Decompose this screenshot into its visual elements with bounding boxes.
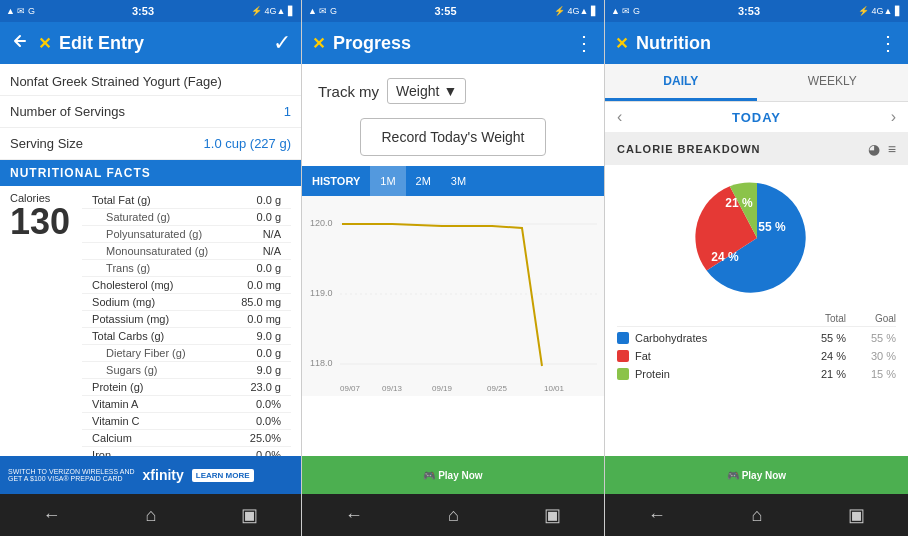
track-label: Track my bbox=[318, 83, 379, 100]
hist-1m[interactable]: 1M bbox=[370, 166, 405, 196]
chart-svg: 120.0 119.0 118.0 09/07 09/13 09/19 09/2… bbox=[302, 196, 604, 396]
prev-day-arrow[interactable]: ‹ bbox=[617, 108, 622, 126]
svg-text:24 %: 24 % bbox=[711, 250, 739, 264]
ad-play-now-mid: 🎮 Play Now bbox=[423, 470, 482, 481]
home-nav-left[interactable]: ⌂ bbox=[146, 505, 157, 526]
serving-size-label: Serving Size bbox=[10, 136, 83, 151]
carbs-goal: 55 % bbox=[846, 332, 896, 344]
bottom-nav-mid: ← ⌂ ▣ bbox=[302, 494, 604, 536]
svg-text:09/25: 09/25 bbox=[487, 384, 508, 393]
nutrient-row: Sugars (g)9.0 g bbox=[82, 362, 291, 379]
progress-menu-icon[interactable]: ⋮ bbox=[574, 31, 594, 55]
today-label: TODAY bbox=[732, 110, 781, 125]
legend-fat: Fat 24 % 30 % bbox=[617, 347, 896, 365]
svg-text:55 %: 55 % bbox=[758, 220, 786, 234]
home-nav-right[interactable]: ⌂ bbox=[752, 505, 763, 526]
status-time-mid: 3:55 bbox=[434, 5, 456, 17]
nutrient-name: Dietary Fiber (g) bbox=[92, 347, 185, 359]
recent-nav-mid[interactable]: ▣ bbox=[544, 504, 561, 526]
ad-brand: xfinity bbox=[143, 467, 184, 483]
edit-entry-panel: ▲ ✉ G 3:53 ⚡ 4G▲ ▋ ✕ Edit Entry ✓ Nonfat… bbox=[0, 0, 302, 536]
ad-line2: GET A $100 VISA® PREPAID CARD bbox=[8, 475, 135, 482]
svg-text:120.0: 120.0 bbox=[310, 218, 333, 228]
tab-daily[interactable]: DAILY bbox=[605, 64, 757, 101]
nutrient-name: Potassium (mg) bbox=[92, 313, 169, 325]
status-bar-right: ▲ ✉ G 3:53 ⚡ 4G▲ ▋ bbox=[605, 0, 908, 22]
carbs-color-box bbox=[617, 332, 629, 344]
nutrient-name: Sugars (g) bbox=[92, 364, 157, 376]
edit-entry-header: ✕ Edit Entry ✓ bbox=[0, 22, 301, 64]
nutrient-row: Saturated (g)0.0 g bbox=[82, 209, 291, 226]
track-value: Weight bbox=[396, 83, 439, 99]
home-nav-mid[interactable]: ⌂ bbox=[448, 505, 459, 526]
ad-banner-left[interactable]: SWITCH TO VERIZON WIRELESS AND GET A $10… bbox=[0, 456, 301, 494]
legend-goal-header: Goal bbox=[846, 313, 896, 324]
history-label: HISTORY bbox=[302, 175, 370, 187]
svg-text:119.0: 119.0 bbox=[310, 288, 333, 298]
ad-text-left: SWITCH TO VERIZON WIRELESS AND GET A $10… bbox=[8, 468, 135, 482]
fat-total: 24 % bbox=[796, 350, 846, 362]
nutrient-value: 0.0 mg bbox=[247, 279, 281, 291]
protein-goal: 15 % bbox=[846, 368, 896, 380]
track-select[interactable]: Weight ▼ bbox=[387, 78, 466, 104]
nutrient-value: 23.0 g bbox=[250, 381, 281, 393]
tab-weekly[interactable]: WEEKLY bbox=[757, 64, 909, 101]
pie-chart-icon[interactable]: ◕ bbox=[868, 141, 880, 157]
nutrient-row: Monounsaturated (g)N/A bbox=[82, 243, 291, 260]
svg-text:09/07: 09/07 bbox=[340, 384, 361, 393]
fat-color-box bbox=[617, 350, 629, 362]
nutrient-value: 0.0 g bbox=[257, 262, 281, 274]
progress-header: ✕ Progress ⋮ bbox=[302, 22, 604, 64]
status-left-icons: ▲ ✉ G bbox=[6, 6, 35, 16]
nutrient-value: N/A bbox=[263, 228, 281, 240]
progress-title: Progress bbox=[333, 33, 566, 54]
progress-panel: ▲ ✉ G 3:55 ⚡ 4G▲ ▋ ✕ Progress ⋮ Track my… bbox=[302, 0, 605, 536]
legend-carbs: Carbohydrates 55 % 55 % bbox=[617, 329, 896, 347]
pie-chart-area: 55 % 24 % 21 % bbox=[605, 165, 908, 307]
legend-protein: Protein 21 % 15 % bbox=[617, 365, 896, 383]
status-bar-left: ▲ ✉ G 3:53 ⚡ 4G▲ ▋ bbox=[0, 0, 301, 22]
nutrition-title: Nutrition bbox=[636, 33, 870, 54]
servings-value[interactable]: 1 bbox=[284, 104, 291, 119]
next-day-arrow[interactable]: › bbox=[891, 108, 896, 126]
back-nav-right[interactable]: ← bbox=[648, 505, 666, 526]
back-icon[interactable] bbox=[10, 31, 30, 56]
nutrient-value: 0.0 g bbox=[257, 194, 281, 206]
edit-entry-title: Edit Entry bbox=[59, 33, 265, 54]
nutrient-name: Saturated (g) bbox=[92, 211, 170, 223]
hist-3m[interactable]: 3M bbox=[441, 166, 476, 196]
serving-size-row: Serving Size 1.0 cup (227 g) bbox=[0, 128, 301, 160]
recent-nav-right[interactable]: ▣ bbox=[848, 504, 865, 526]
nutrition-panel: ▲ ✉ G 3:53 ⚡ 4G▲ ▋ ✕ Nutrition ⋮ DAILY W… bbox=[605, 0, 908, 536]
nutrient-name: Polyunsaturated (g) bbox=[92, 228, 202, 240]
food-name: Nonfat Greek Strained Yogurt (Fage) bbox=[0, 64, 301, 96]
nutrition-menu-icon[interactable]: ⋮ bbox=[878, 31, 898, 55]
status-time-left: 3:53 bbox=[132, 5, 154, 17]
recent-nav-left[interactable]: ▣ bbox=[241, 504, 258, 526]
nutrient-value: 9.0 g bbox=[257, 330, 281, 342]
hist-2m[interactable]: 2M bbox=[406, 166, 441, 196]
nutrient-name: Trans (g) bbox=[92, 262, 150, 274]
svg-text:09/19: 09/19 bbox=[432, 384, 453, 393]
nutrient-row: Calcium25.0% bbox=[82, 430, 291, 447]
nutrient-row: Iron0.0% bbox=[82, 447, 291, 456]
ad-banner-right[interactable]: 🎮 Play Now bbox=[605, 456, 908, 494]
legend-total-header: Total bbox=[796, 313, 846, 324]
nutrient-value: 25.0% bbox=[250, 432, 281, 444]
list-icon[interactable]: ≡ bbox=[888, 141, 896, 157]
ad-banner-mid[interactable]: 🎮 Play Now bbox=[302, 456, 604, 494]
back-nav-left[interactable]: ← bbox=[43, 505, 61, 526]
nutrient-name: Total Fat (g) bbox=[92, 194, 151, 206]
back-nav-mid[interactable]: ← bbox=[345, 505, 363, 526]
nutrient-row: Total Carbs (g)9.0 g bbox=[82, 328, 291, 345]
record-weight-btn[interactable]: Record Today's Weight bbox=[360, 118, 545, 156]
carbs-total: 55 % bbox=[796, 332, 846, 344]
svg-text:118.0: 118.0 bbox=[310, 358, 333, 368]
progress-content: Track my Weight ▼ Record Today's Weight … bbox=[302, 64, 604, 456]
ad-play-now-right: 🎮 Play Now bbox=[727, 470, 786, 481]
protein-color-box bbox=[617, 368, 629, 380]
ad-learn-more[interactable]: LEARN MORE bbox=[192, 469, 254, 482]
calories-value: 130 bbox=[10, 204, 70, 240]
confirm-icon[interactable]: ✓ bbox=[273, 30, 291, 56]
serving-size-value[interactable]: 1.0 cup (227 g) bbox=[204, 136, 291, 151]
